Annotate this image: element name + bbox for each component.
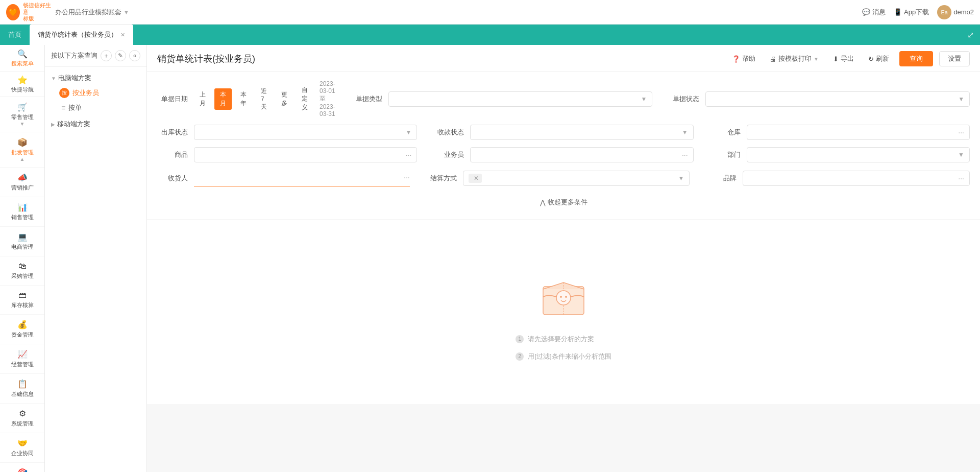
left-panel: 按以下方案查询 ＋ ✎ « ▼ 电脑端方案 按 按业务员 ≡ 按单 ▶ 移动端	[45, 45, 147, 472]
salesperson-select[interactable]: ···	[470, 147, 693, 162]
filter-area: 单据日期 上月 本月 本年 近7天 更多 自定义 2023-03-01 至 20…	[147, 72, 980, 219]
sidebar-item-retail[interactable]: 🛒 零售管理 ▼	[0, 97, 44, 132]
left-panel-actions: ＋ ✎ «	[101, 50, 140, 61]
receipt-status-label: 收款状态	[433, 128, 464, 137]
date-more[interactable]: 更多	[276, 88, 293, 110]
new-guide-icon: 🎯	[17, 468, 28, 472]
breadcrumb: 办公用品行业模拟账套 ▼	[55, 8, 129, 17]
payment-method-label: 结算方式	[426, 174, 457, 183]
consignee-label: 收货人	[157, 174, 188, 183]
payment-method-select[interactable]: ✕ ▼	[463, 171, 690, 186]
doc-type-select[interactable]: ▼	[388, 91, 653, 107]
filter-row-2: 出库状态 ▼ 收款状态 ▼ 仓库 ···	[157, 125, 970, 140]
sidebar-item-search[interactable]: 🔍 搜索菜单	[0, 45, 44, 72]
date-this-month[interactable]: 本月	[214, 88, 232, 110]
tab-sales-stat[interactable]: 销货单统计表（按业务员） ✕	[30, 25, 133, 45]
tree-item-by-order[interactable]: ≡ 按单	[45, 101, 146, 115]
sidebar-item-purchase[interactable]: 🛍 采购管理	[0, 256, 44, 286]
out-status-select[interactable]: ▼	[194, 125, 417, 140]
sidebar-item-finance[interactable]: 💰 资金管理	[0, 315, 44, 344]
tab-close-icon[interactable]: ✕	[120, 32, 125, 38]
purchase-icon: 🛍	[18, 262, 27, 271]
sidebar-item-wholesale[interactable]: 📦 批发管理 ▲	[0, 132, 44, 168]
tree-item-by-salesperson[interactable]: 按 按业务员	[53, 85, 146, 101]
export-btn[interactable]: ⬇ 导出	[829, 52, 858, 65]
top-nav-right: 💬 消息 📱 App下载 Ea demo2	[862, 5, 974, 19]
query-button[interactable]: 查询	[899, 51, 933, 66]
help-btn[interactable]: ❓ 帮助	[728, 52, 760, 65]
page-header: 销货单统计表(按业务员) ❓ 帮助 🖨 按模板打印 ▼ ⬇ 导出 ↻ 刷新	[147, 45, 980, 72]
tree-salesperson-icon: 按	[59, 88, 69, 98]
date-this-year[interactable]: 本年	[235, 88, 252, 110]
filter-row-1: 单据日期 上月 本月 本年 近7天 更多 自定义 2023-03-01 至 20…	[157, 80, 970, 117]
help-icon: ❓	[732, 55, 740, 63]
doc-status-select[interactable]: ▼	[705, 91, 970, 107]
payment-chevron-icon: ▼	[678, 175, 684, 182]
goods-select[interactable]: ···	[194, 147, 417, 162]
receipt-status-select[interactable]: ▼	[470, 125, 693, 140]
breadcrumb-chevron-icon[interactable]: ▼	[124, 9, 129, 15]
dept-chevron-icon: ▼	[958, 151, 964, 158]
collapse-btn[interactable]: ⋀ 收起更多条件	[157, 194, 970, 211]
date-last-month[interactable]: 上月	[194, 88, 211, 110]
top-nav-left: 🧡 畅捷信好生意 标版 办公用品行业模拟账套 ▼	[6, 2, 129, 22]
warehouse-label: 仓库	[710, 128, 741, 137]
main-layout: 🔍 搜索菜单 ⭐ 快捷导航 🛒 零售管理 ▼ 📦 批发管理 ▲ 📣 营销推广 📊…	[0, 45, 980, 472]
avatar: Ea	[937, 5, 951, 19]
expand-icon: ⤢	[967, 31, 974, 39]
sidebar-item-inventory[interactable]: 🗃 库存核算	[0, 286, 44, 315]
sidebar: 🔍 搜索菜单 ⭐ 快捷导航 🛒 零售管理 ▼ 📦 批发管理 ▲ 📣 营销推广 📊…	[0, 45, 45, 472]
sidebar-item-corp-collab[interactable]: 🤝 企业协同	[0, 433, 44, 463]
sales-icon: 📊	[17, 202, 28, 212]
sidebar-item-basic-info[interactable]: 📋 基础信息	[0, 374, 44, 404]
tab-expand-btn[interactable]: ⤢	[961, 30, 980, 40]
left-panel-header: 按以下方案查询 ＋ ✎ «	[45, 45, 146, 67]
settings-button[interactable]: 设置	[939, 51, 970, 66]
collapse-panel-btn[interactable]: «	[129, 50, 140, 61]
tree-desktop-section[interactable]: ▼ 电脑端方案	[45, 71, 146, 85]
message-btn[interactable]: 💬 消息	[862, 8, 886, 17]
sidebar-item-new-guide[interactable]: 🎯 新手引导	[0, 463, 44, 472]
tab-home[interactable]: 首页	[0, 25, 30, 45]
payment-clear-icon[interactable]: ✕	[474, 175, 479, 182]
wholesale-icon: 📦	[17, 137, 28, 147]
tree-mobile-section[interactable]: ▶ 移动端方案	[45, 117, 146, 131]
date-group: 上月 本月 本年 近7天 更多 自定义 2023-03-01 至 2023-03…	[194, 80, 335, 117]
user-menu[interactable]: Ea demo2	[937, 5, 974, 19]
edit-scheme-btn[interactable]: ✎	[115, 50, 126, 61]
retail-icon: 🛒	[17, 102, 28, 112]
refresh-btn[interactable]: ↻ 刷新	[864, 52, 893, 65]
print-btn[interactable]: 🖨 按模板打印 ▼	[766, 52, 823, 65]
consignee-input[interactable]	[194, 170, 404, 185]
logo-area[interactable]: 🧡 畅捷信好生意 标版	[6, 2, 51, 22]
tree-desktop: ▼ 电脑端方案 按 按业务员 ≡ 按单 ▶ 移动端方案	[45, 67, 146, 135]
tree-arrow-icon: ▼	[51, 76, 56, 81]
finance-icon: 💰	[17, 320, 28, 329]
brand-select[interactable]: ···	[743, 171, 970, 186]
sidebar-item-sales[interactable]: 📊 销售管理	[0, 197, 44, 227]
sidebar-item-quick-nav[interactable]: ⭐ 快捷导航	[0, 72, 44, 97]
date-range-text: 2023-03-01 至 2023-03-31	[320, 80, 335, 117]
sidebar-item-marketing[interactable]: 📣 营销推广	[0, 168, 44, 197]
tree-mobile-arrow-icon: ▶	[51, 122, 55, 127]
print-chevron-icon: ▼	[814, 56, 819, 62]
logo-icon: 🧡	[6, 4, 20, 20]
star-icon: ⭐	[0, 75, 44, 85]
add-scheme-btn[interactable]: ＋	[101, 50, 112, 61]
warehouse-select[interactable]: ···	[747, 125, 970, 140]
system-icon: ⚙	[19, 409, 26, 418]
wholesale-arrow-icon: ▲	[20, 156, 25, 162]
sidebar-item-operation[interactable]: 📈 经营管理	[0, 344, 44, 374]
empty-tip-1: 1 请先选择要分析的方案	[516, 333, 611, 346]
logo-text: 畅捷信好生意 标版	[23, 2, 51, 22]
sidebar-item-system[interactable]: ⚙ 系统管理	[0, 404, 44, 433]
empty-state: 1 请先选择要分析的方案 2 用[过滤]条件来缩小分析范围	[147, 220, 980, 404]
inventory-icon: 🗃	[18, 291, 27, 300]
dept-select[interactable]: ▼	[747, 147, 970, 162]
salesperson-dots-icon: ···	[682, 151, 688, 159]
app-download-btn[interactable]: 📱 App下载	[894, 8, 929, 17]
date-last-7days[interactable]: 近7天	[255, 85, 273, 113]
sidebar-item-ecommerce[interactable]: 💻 电商管理	[0, 227, 44, 256]
print-icon: 🖨	[770, 55, 776, 63]
date-custom[interactable]: 自定义	[296, 84, 313, 114]
